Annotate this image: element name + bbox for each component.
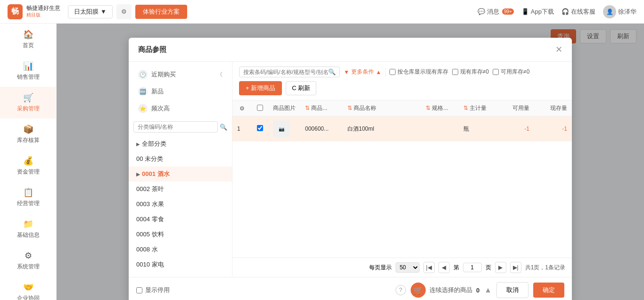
row-unit: 瓶	[459, 117, 496, 142]
category-uncategorized[interactable]: 00 未分类	[129, 151, 232, 167]
avail-ne0-checkbox[interactable]	[493, 69, 499, 75]
star-icon: ⭐	[138, 104, 148, 113]
left-tab-new[interactable]: 🆕 新品	[133, 83, 227, 100]
page-info: 共1页，1条记录	[525, 264, 565, 272]
system-icon: ⚙	[25, 250, 32, 261]
warehouse-checkbox[interactable]	[389, 69, 396, 75]
filter-button[interactable]: ▼ 更多条件 ▲	[344, 68, 381, 76]
first-page-button[interactable]: |◀	[423, 262, 435, 273]
nav-selector[interactable]: 日太阳膜 ▼	[68, 5, 113, 18]
filter-up-icon: ▲	[376, 69, 381, 75]
sort-icon-unit: ⇅	[463, 105, 468, 111]
sidebar-item-operations[interactable]: 📋 经营管理	[0, 182, 56, 213]
category-appliance[interactable]: 0010 家电	[129, 257, 232, 272]
sidebar-item-collab[interactable]: 🤝 企业协同	[0, 276, 56, 300]
category-list: ▶ 全部分类 00 未分类 ▶ 0001 酒水 0002 茶	[129, 136, 232, 272]
inventory-icon: 📦	[23, 124, 33, 134]
left-tab-recent[interactable]: 🕐 近期购买 《	[133, 67, 227, 83]
category-beverage[interactable]: 0005 饮料	[129, 227, 232, 242]
col-unit-header[interactable]: ⇅ 主计量	[459, 100, 496, 117]
active-arrow-icon: ▶	[136, 172, 140, 177]
nav-right: 💬 消息 99+ 📱 App下载 🎧 在线客服 👤 徐泽华	[478, 5, 636, 18]
left-tab-frequent[interactable]: ⭐ 频次高	[133, 100, 227, 117]
sidebar-item-inventory[interactable]: 📦 库存核算	[0, 118, 56, 150]
row-stock: -1	[534, 117, 572, 142]
home-icon: 🏠	[23, 29, 33, 40]
row-code: 000600...	[300, 117, 343, 142]
page-number-input[interactable]	[463, 263, 482, 272]
col-settings-header[interactable]: ⚙	[232, 100, 251, 117]
table-row[interactable]: 1 📷 000600... 白酒100ml	[232, 117, 572, 142]
col-spec-header[interactable]: ⇅ 规格...	[421, 100, 459, 117]
col-code-header[interactable]: ⇅ 商品...	[300, 100, 343, 117]
row-name: 白酒100ml	[343, 117, 421, 142]
last-page-button[interactable]: ▶|	[510, 262, 521, 273]
col-avail-header: 可用量	[496, 100, 534, 117]
row-check[interactable]	[251, 117, 268, 142]
prev-page-button[interactable]: ◀	[438, 262, 450, 273]
purchase-icon: 🛒	[23, 92, 33, 103]
category-search-icon[interactable]: 🔍	[220, 124, 227, 131]
right-panel: 🔍 ▼ 更多条件 ▲ 按仓库显示现有库存	[232, 62, 572, 277]
category-liquor[interactable]: ▶ 0001 酒水	[129, 167, 232, 182]
select-all-checkbox[interactable]	[257, 105, 263, 111]
category-tea[interactable]: 0002 茶叶	[129, 182, 232, 197]
refresh-button[interactable]: C 刷新	[286, 81, 316, 95]
sidebar: 🏠 首页 📊 销售管理 🛒 采购管理 📦 库存核算 💰 资金管理 📋 经营管理 …	[0, 24, 57, 300]
cancel-button[interactable]: 取消	[496, 282, 528, 298]
basic-icon: 📁	[23, 219, 33, 229]
sidebar-item-sales[interactable]: 📊 销售管理	[0, 55, 56, 87]
col-check-header	[251, 100, 268, 117]
sidebar-item-system[interactable]: ⚙ 系统管理	[0, 245, 56, 276]
arrow-icon: ▶	[136, 142, 140, 147]
product-table-wrap: ⚙ 商品图片 ⇅ 商品...	[232, 100, 572, 258]
collapse-up-icon[interactable]: ▲	[484, 286, 492, 294]
app-download-item[interactable]: 📱 App下载	[521, 8, 554, 16]
show-disabled-checkbox[interactable]	[136, 287, 142, 293]
sidebar-item-basic[interactable]: 📁 基础信息	[0, 213, 56, 245]
col-img-header: 商品图片	[268, 100, 300, 117]
cart-icon[interactable]: 🛒	[411, 283, 426, 298]
avail-ne0-checkbox-item[interactable]: 可用库存≠0	[493, 68, 529, 76]
row-num: 1	[232, 117, 251, 142]
table-body: 1 📷 000600... 白酒100ml	[232, 117, 572, 142]
warehouse-checkbox-item[interactable]: 按仓库显示现有库存	[389, 68, 448, 76]
collapse-icon[interactable]: 《	[217, 71, 223, 79]
sales-icon: 📊	[23, 61, 33, 71]
help-icon[interactable]: ?	[396, 285, 406, 295]
modal-overlay: 商品参照 ✕ 🕐 近期购买 《	[57, 24, 644, 300]
sidebar-item-home[interactable]: 🏠 首页	[0, 24, 56, 55]
pagination: 每页显示 50 10 20 100 |◀ ◀ 第 页	[232, 258, 572, 277]
stock-ne0-checkbox[interactable]	[452, 69, 458, 75]
product-search-input[interactable]	[243, 69, 328, 75]
left-panel: 🕐 近期购买 《 🆕 新品 ⭐ 频次高	[129, 62, 232, 277]
sidebar-item-purchase[interactable]: 🛒 采购管理	[0, 87, 56, 118]
category-search-input[interactable]	[133, 121, 218, 133]
category-fruit[interactable]: 0003 水果	[129, 197, 232, 212]
logo-area: 畅 畅捷通好生意 精目版	[8, 4, 64, 19]
sidebar-item-finance[interactable]: 💰 资金管理	[0, 150, 56, 182]
col-name-header[interactable]: ⇅ 商品名称	[343, 100, 421, 117]
page-size-select[interactable]: 50 10 20 100	[396, 262, 420, 273]
sort-icon-spec: ⇅	[426, 105, 430, 111]
category-water[interactable]: 0008 水	[129, 242, 232, 257]
category-snack[interactable]: 0004 零食	[129, 212, 232, 227]
logo-icon: 畅	[8, 4, 23, 19]
show-disabled-item[interactable]: 显示停用	[136, 286, 170, 294]
online-service-item[interactable]: 🎧 在线客服	[561, 8, 595, 16]
settings-icon[interactable]: ⚙	[116, 4, 132, 19]
left-tabs: 🕐 近期购买 《 🆕 新品 ⭐ 频次高	[129, 67, 232, 117]
confirm-button[interactable]: 确定	[533, 283, 564, 298]
message-item[interactable]: 💬 消息 99+	[478, 8, 514, 16]
table-head: ⚙ 商品图片 ⇅ 商品...	[232, 100, 572, 117]
finance-icon: 💰	[23, 156, 33, 166]
product-search-icon[interactable]: 🔍	[328, 68, 336, 75]
product-search-wrap: 🔍	[239, 67, 340, 77]
close-icon[interactable]: ✕	[555, 44, 562, 55]
add-product-button[interactable]: + 新增商品	[239, 81, 282, 95]
stock-ne0-checkbox-item[interactable]: 现有库存≠0	[452, 68, 489, 76]
user-item[interactable]: 👤 徐泽华	[603, 5, 636, 18]
next-page-button[interactable]: ▶	[495, 262, 506, 273]
category-all[interactable]: ▶ 全部分类	[129, 136, 232, 151]
exp-button[interactable]: 体验行业方案	[135, 5, 187, 19]
